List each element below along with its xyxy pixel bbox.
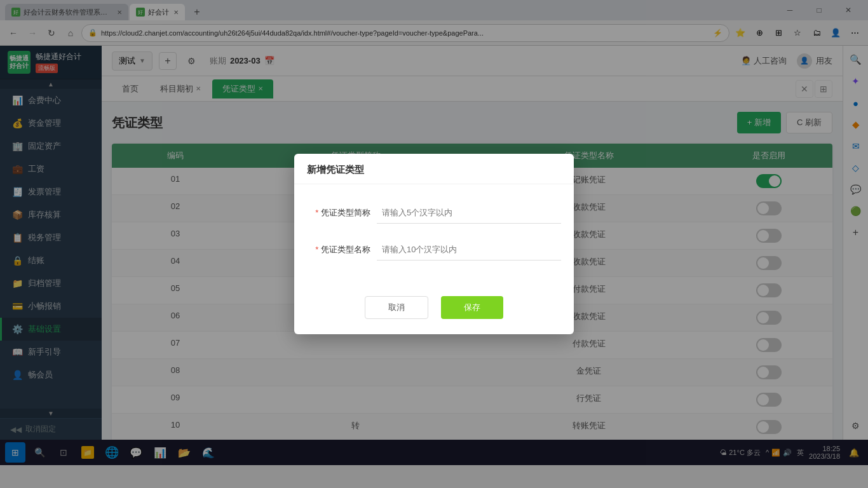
cancel-button[interactable]: 取消 (365, 296, 428, 319)
input-name[interactable] (377, 239, 561, 261)
dialog: 新增凭证类型 * 凭证类型简称 * 凭证类型名称 取消 保存 (294, 154, 574, 334)
form-label-short: * 凭证类型简称 (307, 207, 370, 219)
dialog-title: 新增凭证类型 (307, 164, 364, 176)
form-label-name: * 凭证类型名称 (307, 244, 370, 255)
dialog-header: 新增凭证类型 (294, 154, 574, 184)
required-star-short: * (315, 208, 321, 217)
dialog-footer: 取消 保存 (294, 288, 574, 334)
dialog-body: * 凭证类型简称 * 凭证类型名称 (294, 184, 574, 288)
form-row-name: * 凭证类型名称 (307, 239, 561, 261)
form-row-short: * 凭证类型简称 (307, 202, 561, 224)
dialog-overlay: 新增凭证类型 * 凭证类型简称 * 凭证类型名称 取消 保存 (0, 0, 868, 488)
required-star-name: * (315, 245, 321, 254)
save-button[interactable]: 保存 (441, 296, 503, 319)
input-short[interactable] (377, 202, 561, 224)
